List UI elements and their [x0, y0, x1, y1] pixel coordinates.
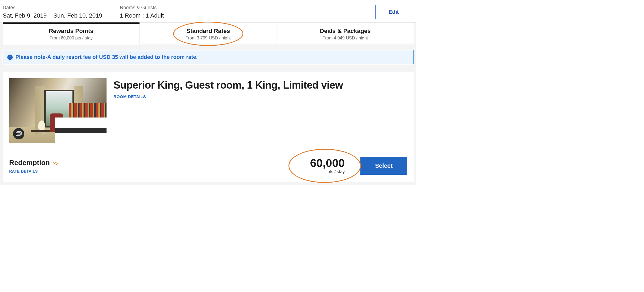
rooms-guests-group: Rooms & Guests 1 Room : 1 Adult: [113, 5, 170, 19]
select-button[interactable]: Select: [360, 157, 407, 175]
svg-rect-0: [16, 132, 20, 136]
points-block: 60,000 pts / stay: [302, 156, 353, 175]
rooms-guests-label: Rooms & Guests: [120, 5, 164, 11]
rate-name: Redemption: [9, 159, 50, 167]
search-summary-bar: Dates Sat, Feb 9, 2019 – Sun, Feb 10, 20…: [0, 0, 416, 23]
points-unit: pts / stay: [310, 169, 345, 174]
svg-rect-1: [17, 132, 21, 135]
info-icon: i: [7, 55, 13, 60]
rate-type-tabs: Rewards Points From 60,000 pts / stay St…: [0, 23, 416, 45]
tab-deals-title: Deals & Packages: [280, 28, 411, 35]
rooms-guests-value: 1 Room : 1 Adult: [120, 12, 164, 19]
room-thumbnail[interactable]: [9, 78, 107, 143]
tag-icon: [52, 160, 58, 165]
page-body: i Please note-A daily resort fee of USD …: [0, 45, 416, 185]
room-card-top: Superior King, Guest room, 1 King, Limit…: [9, 78, 407, 143]
points-value: 60,000: [310, 157, 345, 169]
tab-rewards-sub: From 60,000 pts / stay: [5, 36, 137, 41]
tab-standard-title: Standard Rates: [142, 28, 274, 35]
rate-right: 60,000 pts / stay Select: [302, 156, 407, 175]
rate-row-divider: [9, 179, 407, 179]
tab-rewards-title: Rewards Points: [5, 28, 137, 35]
gallery-icon[interactable]: [13, 128, 24, 139]
tab-standard-rates[interactable]: Standard Rates From 3,799 USD / night: [140, 23, 277, 45]
dates-group: Dates Sat, Feb 9, 2019 – Sun, Feb 10, 20…: [3, 5, 109, 19]
rate-left: Redemption RATE DETAILS: [9, 159, 58, 173]
room-divider: [9, 151, 407, 151]
tab-deals-sub: From 4,049 USD / night: [280, 36, 411, 41]
room-details-link[interactable]: ROOM DETAILS: [114, 94, 146, 99]
room-title: Superior King, Guest room, 1 King, Limit…: [114, 79, 407, 91]
resort-fee-notice-text: Please note-A daily resort fee of USD 35…: [15, 54, 198, 60]
room-meta: Superior King, Guest room, 1 King, Limit…: [114, 78, 407, 99]
rate-row-redemption: Redemption RATE DETAILS 60,000 pts / sta…: [9, 156, 407, 179]
tab-deals-packages[interactable]: Deals & Packages From 4,049 USD / night: [277, 23, 414, 45]
dates-value: Sat, Feb 9, 2019 – Sun, Feb 10, 2019: [3, 12, 102, 19]
edit-button[interactable]: Edit: [375, 5, 412, 19]
tab-standard-sub: From 3,799 USD / night: [142, 36, 274, 41]
room-card: Superior King, Guest room, 1 King, Limit…: [3, 72, 414, 182]
tab-rewards-points[interactable]: Rewards Points From 60,000 pts / stay: [3, 23, 140, 45]
header-divider: [111, 5, 111, 18]
rate-name-wrap: Redemption: [9, 159, 58, 167]
resort-fee-notice: i Please note-A daily resort fee of USD …: [3, 50, 414, 64]
rate-details-link[interactable]: RATE DETAILS: [9, 169, 58, 173]
dates-label: Dates: [3, 5, 102, 11]
